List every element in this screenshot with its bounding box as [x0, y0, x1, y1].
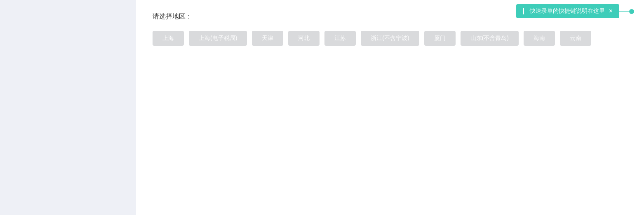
region-button-shanghai[interactable]: 上海 — [153, 31, 184, 46]
tooltip-line — [619, 11, 629, 12]
region-button-tianjin[interactable]: 天津 — [252, 31, 283, 46]
region-button-hebei[interactable]: 河北 — [288, 31, 320, 46]
sidebar — [0, 0, 136, 215]
tooltip-text: 快速录单的快捷键说明在这里 — [530, 7, 605, 15]
region-button-xiamen[interactable]: 厦门 — [424, 31, 456, 46]
tooltip-banner: 快速录单的快捷键说明在这里 × — [516, 4, 619, 18]
main-content: 请选择地区： 上海上海(电子税局)天津河北江苏浙江(不含宁波)厦门山东(不含青岛… — [136, 0, 644, 215]
tooltip-dot — [629, 9, 634, 14]
region-buttons: 上海上海(电子税局)天津河北江苏浙江(不含宁波)厦门山东(不含青岛)海南云南 — [153, 31, 628, 46]
region-button-jiangsu[interactable]: 江苏 — [324, 31, 356, 46]
region-button-shandong[interactable]: 山东(不含青岛) — [461, 31, 519, 46]
tooltip-close-button[interactable]: × — [609, 8, 613, 14]
region-button-shanghai-etax[interactable]: 上海(电子税局) — [189, 31, 247, 46]
region-button-zhejiang[interactable]: 浙江(不含宁波) — [361, 31, 419, 46]
region-button-hainan[interactable]: 海南 — [524, 31, 555, 46]
region-button-yunnan[interactable]: 云南 — [560, 31, 591, 46]
